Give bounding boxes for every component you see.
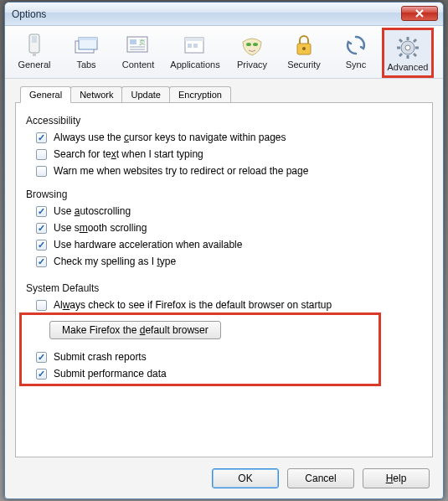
- group-browsing-title: Browsing: [26, 189, 422, 200]
- group-accessibility-title: Accessibility: [26, 115, 422, 127]
- category-toolbar: General Tabs 页 Content Applications Priv…: [5, 26, 443, 79]
- toolbar-tabs[interactable]: Tabs: [60, 28, 112, 78]
- tab-encryption[interactable]: Encryption: [169, 86, 231, 103]
- options-window: Options General Tabs 页 Content: [4, 2, 444, 499]
- browsing-label-1: Use smooth scrolling: [54, 222, 147, 234]
- make-default-button[interactable]: Make Firefox the default browser: [49, 321, 221, 339]
- browsing-checkbox-0[interactable]: [36, 206, 47, 217]
- toolbar-sync[interactable]: Sync: [330, 28, 382, 78]
- toolbar-applications[interactable]: Applications: [164, 28, 226, 78]
- browsing-row-0: Use autoscrolling: [36, 205, 422, 217]
- browsing-checkbox-3[interactable]: [36, 256, 47, 267]
- svg-rect-1: [32, 36, 37, 43]
- lock-icon: [278, 31, 330, 59]
- toolbar-general[interactable]: General: [8, 28, 60, 78]
- titlebar: Options: [5, 3, 443, 26]
- svg-point-20: [405, 45, 410, 50]
- svg-point-15: [246, 43, 251, 46]
- close-icon: [415, 9, 424, 18]
- browsing-checkbox-2[interactable]: [36, 240, 47, 250]
- ok-button[interactable]: OK: [212, 468, 279, 488]
- accessibility-label-2: Warn me when websites try to redirect or…: [54, 165, 308, 177]
- browsing-row-2: Use hardware acceleration when available: [36, 239, 422, 250]
- svg-line-27: [414, 39, 416, 42]
- toolbar-content[interactable]: 页 Content: [112, 28, 164, 78]
- sync-icon: [330, 31, 382, 59]
- advanced-subtabs: General Network Update Encryption: [20, 85, 436, 102]
- svg-line-26: [414, 54, 416, 56]
- svg-line-25: [399, 39, 402, 42]
- extra-checkbox-0[interactable]: [36, 352, 47, 363]
- svg-text:页: 页: [139, 39, 146, 46]
- cancel-button[interactable]: Cancel: [287, 468, 354, 488]
- toolbar-security[interactable]: Security: [278, 28, 330, 78]
- accessibility-label-0: Always use the cursor keys to navigate w…: [54, 132, 286, 143]
- system-label-0: Always check to see if Firefox is the de…: [54, 299, 332, 311]
- system-checkbox-0[interactable]: [36, 300, 47, 311]
- dialog-buttons: OK Cancel Help: [212, 468, 430, 488]
- browsing-row-1: Use smooth scrolling: [36, 222, 422, 234]
- tabs-icon: [60, 31, 112, 59]
- svg-rect-5: [79, 38, 97, 40]
- accessibility-row-1: Search for text when I start typing: [36, 148, 422, 160]
- general-panel: Accessibility Always use the cursor keys…: [15, 102, 433, 457]
- svg-point-18: [302, 47, 306, 50]
- svg-rect-13: [188, 44, 192, 48]
- browsing-checkbox-1[interactable]: [36, 223, 47, 234]
- svg-rect-7: [130, 39, 136, 44]
- browsing-label-3: Check my spelling as I type: [54, 256, 176, 267]
- accessibility-row-0: Always use the cursor keys to navigate w…: [36, 132, 422, 143]
- accessibility-checkbox-0[interactable]: [36, 132, 47, 143]
- svg-rect-14: [193, 44, 198, 48]
- tab-network[interactable]: Network: [70, 86, 122, 103]
- help-button[interactable]: Help: [363, 468, 430, 488]
- tab-update[interactable]: Update: [121, 86, 169, 103]
- extra-checkbox-1[interactable]: [36, 369, 47, 380]
- extra-label-1: Submit performance data: [54, 368, 167, 380]
- accessibility-row-2: Warn me when websites try to redirect or…: [36, 165, 422, 177]
- svg-line-28: [399, 54, 402, 56]
- extra-row-0: Submit crash reports: [36, 351, 422, 363]
- extra-label-0: Submit crash reports: [54, 351, 147, 363]
- window-title: Options: [12, 8, 401, 20]
- applications-icon: [164, 31, 226, 59]
- system-row-0: Always check to see if Firefox is the de…: [36, 299, 422, 311]
- browsing-row-3: Check my spelling as I type: [36, 256, 422, 267]
- group-system-title: System Defaults: [26, 282, 422, 294]
- accessibility-label-1: Search for text when I start typing: [54, 148, 203, 160]
- svg-rect-12: [185, 38, 203, 41]
- browsing-label-0: Use autoscrolling: [54, 205, 131, 217]
- close-button[interactable]: [401, 6, 438, 21]
- accessibility-checkbox-2[interactable]: [36, 166, 47, 177]
- extra-row-1: Submit performance data: [36, 368, 422, 380]
- tab-general[interactable]: General: [20, 86, 71, 103]
- mask-icon: [226, 31, 278, 59]
- svg-rect-2: [33, 53, 36, 56]
- svg-point-16: [253, 43, 258, 46]
- toolbar-privacy[interactable]: Privacy: [226, 28, 278, 78]
- browsing-label-2: Use hardware acceleration when available: [54, 239, 242, 250]
- accessibility-checkbox-1[interactable]: [36, 149, 47, 160]
- toolbar-advanced[interactable]: Advanced: [382, 28, 434, 78]
- content-icon: 页: [112, 31, 164, 59]
- switch-icon: [8, 31, 60, 59]
- gear-icon: [384, 34, 431, 62]
